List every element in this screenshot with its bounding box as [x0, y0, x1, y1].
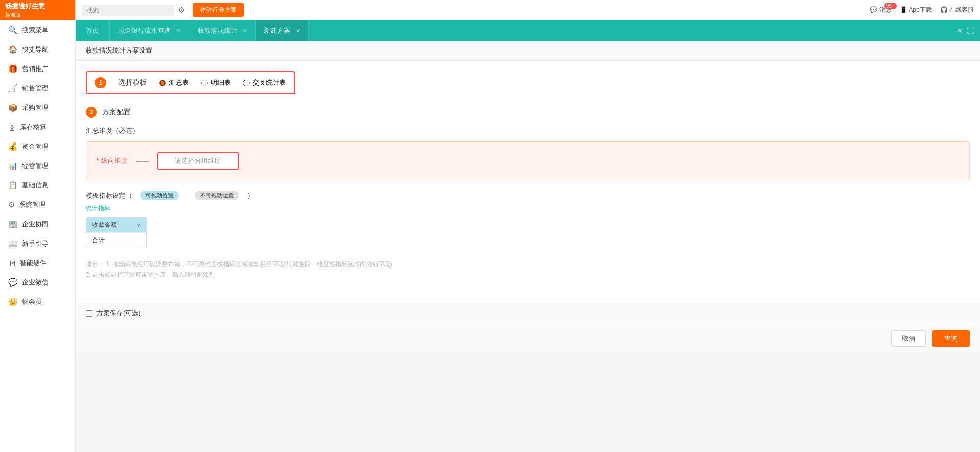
sidebar-item-quick-nav[interactable]: 🏠 快捷导航 [0, 40, 75, 59]
sidebar-label-enterprise: 企业协同 [22, 220, 48, 229]
metrics-config: 模板指标设定（ 可拖动位置 不可拖动位置 ） 统计指标 收款金额 ∨ [86, 191, 970, 250]
sidebar-item-enterprise[interactable]: 🏢 企业协同 [0, 215, 75, 234]
non-draggable-hint: 不可拖动位置 [195, 191, 239, 200]
service-label: 在线客服 [949, 6, 974, 13]
step1-num: 1 [95, 77, 106, 88]
tabbar-right: ✕ ⛶ [950, 20, 980, 41]
radio-cross[interactable] [243, 80, 250, 86]
metrics-row-label: 合计 [92, 236, 105, 244]
tip-1: 提示： 1. 拖动标题栏可以调整布局，不可跨维度或指标区域拖动栏目字段(只能在同… [86, 260, 970, 269]
tab-new-plan[interactable]: 新建方案 ✕ [256, 20, 309, 41]
sidebar-item-finance[interactable]: 💰 资金管理 [0, 137, 75, 156]
topbar: ⚙ 体验行业方案 💬 99+ 消息 📱 App下载 🎧 在线客服 [76, 0, 980, 20]
sales-icon: 🛒 [8, 84, 18, 93]
sidebar-item-guide[interactable]: 📖 新手引导 [0, 234, 75, 253]
save-label[interactable]: 方案保存(可选) [96, 308, 141, 318]
sidebar-label-finance: 资金管理 [22, 142, 48, 151]
tab-receipt-stats-label: 收款情况统计 [198, 26, 237, 35]
sidebar-label-sales: 销售管理 [22, 84, 48, 93]
footer-actions: 取消 查询 [76, 324, 980, 353]
settings-icon[interactable]: ⚙ [178, 5, 185, 15]
dimension-row: 纵向维度 —— 请选择分组维度 [96, 152, 959, 170]
draggable-hint: 可拖动位置 [140, 191, 179, 200]
query-button[interactable]: 查询 [932, 330, 970, 347]
dimension-config: 汇总维度（必选） 纵向维度 —— 请选择分组维度 [86, 126, 970, 180]
tab-receipt-stats[interactable]: 收款情况统计 ✕ [189, 20, 256, 41]
sidebar-label-search-menu: 搜索菜单 [22, 26, 48, 35]
dimension-row-label: 纵向维度 [96, 156, 128, 165]
wechat-icon: 💬 [8, 278, 18, 287]
page-content: 收款情况统计方案设置 1 选择模板 汇总表 明细表 [76, 41, 980, 452]
step2-num: 2 [86, 107, 97, 118]
chevron-down-icon[interactable]: ∨ [137, 222, 140, 228]
tabbar-expand-icon[interactable]: ⛶ [967, 27, 974, 35]
operations-icon: 📊 [8, 161, 18, 171]
template-select-box: 1 选择模板 汇总表 明细表 交叉统计表 [86, 71, 295, 94]
tab-home[interactable]: 首页 [76, 20, 110, 41]
sidebar: 畅捷通好生意 标准版 🔍 搜索菜单 🏠 快捷导航 🎁 营销推广 🛒 销售管理 📦… [0, 0, 76, 452]
step2-label: 方案配置 [102, 108, 131, 117]
tip-2: 2. 点击标题栏下拉可设置排序、插入列和删除列 [86, 271, 970, 279]
sidebar-item-smart-hw[interactable]: 🖥 智能硬件 [0, 253, 75, 273]
option-cross-label: 交叉统计表 [253, 78, 286, 87]
sidebar-item-system[interactable]: ⚙ 系统管理 [0, 195, 75, 215]
step1-section: 1 选择模板 汇总表 明细表 交叉统计表 [86, 71, 970, 94]
message-badge[interactable]: 💬 99+ 消息 [870, 6, 891, 14]
sidebar-item-inventory[interactable]: 🗄 库存核算 [0, 117, 75, 137]
metrics-header-label: 收款金额 [92, 221, 117, 229]
quick-nav-icon: 🏠 [8, 45, 18, 54]
radio-detail[interactable] [201, 80, 208, 86]
sidebar-label-inventory: 库存核算 [20, 123, 46, 132]
sidebar-label-basic-info: 基础信息 [22, 181, 48, 190]
metrics-label: 模板指标设定（ 可拖动位置 不可拖动位置 ） [86, 191, 970, 200]
radio-summary[interactable] [159, 80, 166, 86]
option-cross[interactable]: 交叉统计表 [243, 78, 286, 87]
sidebar-item-basic-info[interactable]: 📋 基础信息 [0, 176, 75, 195]
metrics-label-prefix: 模板指标设定（ [86, 191, 132, 200]
tab-new-plan-label: 新建方案 [264, 26, 290, 35]
bottom-save-section: 方案保存(可选) [76, 302, 980, 324]
app-download[interactable]: 📱 App下载 [900, 6, 932, 14]
online-service[interactable]: 🎧 在线客服 [940, 6, 974, 14]
cancel-button[interactable]: 取消 [891, 330, 926, 347]
metrics-table: 收款金额 ∨ 合计 [86, 217, 147, 248]
step1-header: 1 选择模板 汇总表 明细表 交叉统计表 [86, 71, 970, 94]
arrow-label: —— [136, 157, 149, 165]
sidebar-logo: 畅捷通好生意 标准版 [0, 0, 75, 20]
tab-bank-flow-close[interactable]: ✕ [176, 28, 181, 34]
tab-receipt-stats-close[interactable]: ✕ [242, 28, 247, 34]
trial-button[interactable]: 体验行业方案 [193, 3, 244, 17]
sidebar-item-purchase[interactable]: 📦 采购管理 [0, 98, 75, 117]
sidebar-label-wechat: 企业微信 [22, 278, 48, 287]
sidebar-item-sales[interactable]: 🛒 销售管理 [0, 79, 75, 98]
tabbar-close-icon[interactable]: ✕ [957, 27, 963, 35]
dimension-title: 汇总维度（必选） [86, 126, 970, 135]
sidebar-item-marketing[interactable]: 🎁 营销推广 [0, 59, 75, 79]
sidebar-item-member[interactable]: 👑 畅会员 [0, 292, 75, 312]
sidebar-label-quick-nav: 快捷导航 [22, 45, 48, 54]
save-checkbox[interactable] [86, 310, 92, 317]
sidebar-item-wechat[interactable]: 💬 企业微信 [0, 273, 75, 292]
option-summary-label: 汇总表 [169, 78, 189, 87]
inventory-icon: 🗄 [8, 123, 16, 132]
tab-new-plan-close[interactable]: ✕ [296, 28, 300, 34]
sidebar-label-operations: 经营管理 [22, 161, 48, 171]
topbar-right: 💬 99+ 消息 📱 App下载 🎧 在线客服 [870, 6, 974, 14]
option-summary[interactable]: 汇总表 [159, 78, 189, 87]
guide-icon: 📖 [8, 239, 18, 248]
sidebar-item-search-menu[interactable]: 🔍 搜索菜单 [0, 20, 75, 40]
step1-label: 选择模板 [118, 78, 147, 87]
sidebar-label-member: 畅会员 [22, 297, 42, 306]
metrics-label-suffix: ） [247, 191, 254, 200]
form-container: 1 选择模板 汇总表 明细表 交叉统计表 [76, 61, 980, 302]
sidebar-item-operations[interactable]: 📊 经营管理 [0, 156, 75, 176]
metrics-table-header[interactable]: 收款金额 ∨ [86, 218, 146, 232]
basic-info-icon: 📋 [8, 181, 18, 190]
tab-bank-flow[interactable]: 现金银行流水查询 ✕ [110, 20, 189, 41]
dimension-select-button[interactable]: 请选择分组维度 [157, 152, 239, 170]
purchase-icon: 📦 [8, 103, 18, 112]
logo-edition: 标准版 [5, 12, 45, 19]
option-detail[interactable]: 明细表 [201, 78, 231, 87]
search-input[interactable] [82, 5, 174, 16]
logo-text: 畅捷通好生意 [5, 2, 45, 11]
